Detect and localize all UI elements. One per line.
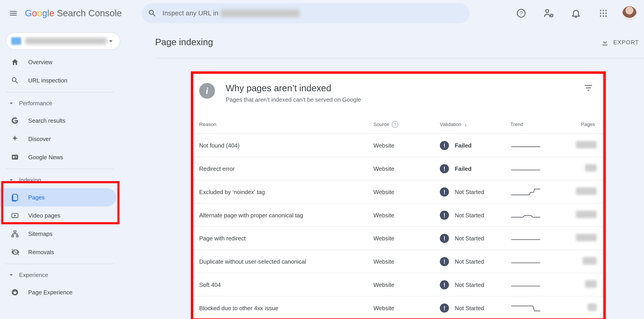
sidebar-item-google-news[interactable]: Google News <box>0 148 116 166</box>
sidebar-item-url-inspection[interactable]: URL inspection <box>0 71 116 90</box>
sidebar-item-label: Page Experience <box>28 289 72 296</box>
sidebar-item-label: Removals <box>28 249 54 255</box>
sidebar-item-label: Sitemaps <box>28 230 52 237</box>
sidebar: Overview URL inspection Performance Sear… <box>0 26 124 301</box>
page-experience-icon <box>11 288 22 297</box>
svg-point-11 <box>602 15 604 17</box>
help-button[interactable]: ? <box>513 5 529 21</box>
news-icon <box>11 153 22 161</box>
logo[interactable]: Google Search Console <box>25 8 122 19</box>
svg-point-6 <box>605 10 607 11</box>
svg-rect-14 <box>13 156 15 158</box>
sidebar-item-overview[interactable]: Overview <box>0 53 116 71</box>
notifications-button[interactable] <box>568 5 584 21</box>
svg-point-10 <box>600 15 601 17</box>
svg-point-4 <box>600 10 601 11</box>
home-icon <box>11 58 22 66</box>
menu-button[interactable] <box>4 3 23 23</box>
divider <box>6 264 114 264</box>
sidebar-item-label: Google News <box>28 154 63 160</box>
svg-point-3 <box>550 14 553 17</box>
sidebar-group-performance[interactable]: Performance <box>0 95 124 111</box>
property-name-redacted <box>25 38 107 44</box>
apps-button[interactable] <box>595 5 612 21</box>
sitemap-icon <box>11 230 22 238</box>
download-icon <box>601 38 609 46</box>
sidebar-item-discover[interactable]: Discover <box>0 130 116 148</box>
export-label: EXPORT <box>613 39 639 45</box>
highlight-annotation <box>191 71 606 319</box>
sidebar-item-label: Search results <box>28 117 65 124</box>
chevron-down-icon <box>8 99 15 107</box>
sidebar-item-search-results[interactable]: Search results <box>0 112 116 130</box>
svg-rect-13 <box>12 155 18 159</box>
property-selector[interactable] <box>6 32 120 50</box>
divider <box>6 92 114 92</box>
highlight-annotation <box>1 181 120 224</box>
page-title: Page indexing <box>155 37 213 48</box>
svg-text:?: ? <box>520 10 523 16</box>
sidebar-group-label: Performance <box>19 100 52 106</box>
property-favicon <box>11 37 21 45</box>
discover-icon <box>11 135 22 143</box>
sidebar-group-label: Experience <box>19 272 48 278</box>
svg-rect-19 <box>12 235 14 237</box>
svg-point-5 <box>602 10 604 11</box>
sidebar-item-sitemaps[interactable]: Sitemaps <box>0 225 116 243</box>
divider <box>155 58 644 58</box>
chevron-down-icon <box>107 37 115 45</box>
sidebar-item-removals[interactable]: Removals <box>0 243 116 261</box>
sidebar-item-label: Overview <box>28 59 52 65</box>
search-icon <box>11 76 22 85</box>
sidebar-item-label: Discover <box>28 136 51 142</box>
svg-rect-15 <box>16 156 17 157</box>
svg-point-12 <box>605 15 607 17</box>
svg-rect-20 <box>16 235 18 237</box>
search-icon <box>148 9 156 18</box>
export-button[interactable]: EXPORT <box>601 38 639 46</box>
sidebar-item-label: URL inspection <box>28 77 68 84</box>
sidebar-group-experience[interactable]: Experience <box>0 267 124 283</box>
sidebar-item-page-experience[interactable]: Page Experience <box>0 283 116 301</box>
svg-point-2 <box>546 9 549 13</box>
url-inspect-search[interactable]: Inspect any URL in <box>142 3 470 23</box>
svg-point-9 <box>605 13 607 14</box>
google-g-icon <box>11 117 22 125</box>
svg-rect-16 <box>16 157 17 157</box>
search-domain-redacted <box>221 9 300 17</box>
svg-rect-18 <box>14 231 16 233</box>
account-avatar[interactable] <box>622 6 636 20</box>
search-placeholder: Inspect any URL in <box>162 9 218 17</box>
logo-text: Search Console <box>57 8 122 19</box>
svg-point-8 <box>602 13 604 14</box>
account-settings-button[interactable] <box>540 5 557 21</box>
chevron-down-icon <box>8 271 15 279</box>
removals-icon <box>11 247 22 256</box>
svg-point-7 <box>600 13 601 14</box>
divider <box>6 169 114 169</box>
